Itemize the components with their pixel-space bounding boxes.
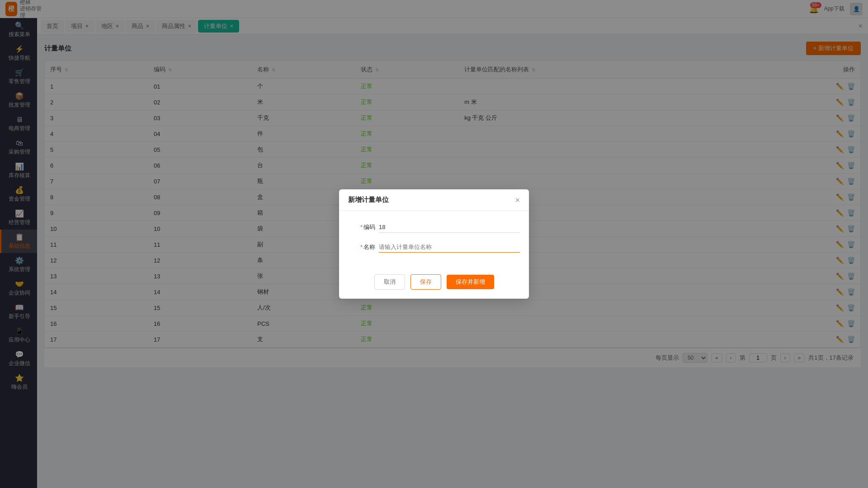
modal-header: 新增计量单位 ×	[339, 189, 529, 211]
name-input[interactable]	[379, 242, 520, 253]
modal-body: *编码 *名称	[339, 211, 529, 269]
modal-close-button[interactable]: ×	[515, 196, 520, 204]
save-button[interactable]: 保存	[410, 274, 441, 290]
name-label: *名称	[348, 243, 375, 251]
modal-overlay[interactable]: 新增计量单位 × *编码 *名称 取消 保存 保存并新增	[0, 0, 868, 488]
name-form-row: *名称	[348, 242, 520, 253]
code-input[interactable]	[379, 222, 520, 233]
code-label: *编码	[348, 223, 375, 231]
code-form-row: *编码	[348, 222, 520, 233]
add-unit-modal: 新增计量单位 × *编码 *名称 取消 保存 保存并新增	[339, 189, 529, 299]
modal-title: 新增计量单位	[348, 196, 389, 204]
save-and-new-button[interactable]: 保存并新增	[447, 275, 494, 289]
cancel-button[interactable]: 取消	[374, 274, 405, 290]
modal-footer: 取消 保存 保存并新增	[339, 269, 529, 299]
